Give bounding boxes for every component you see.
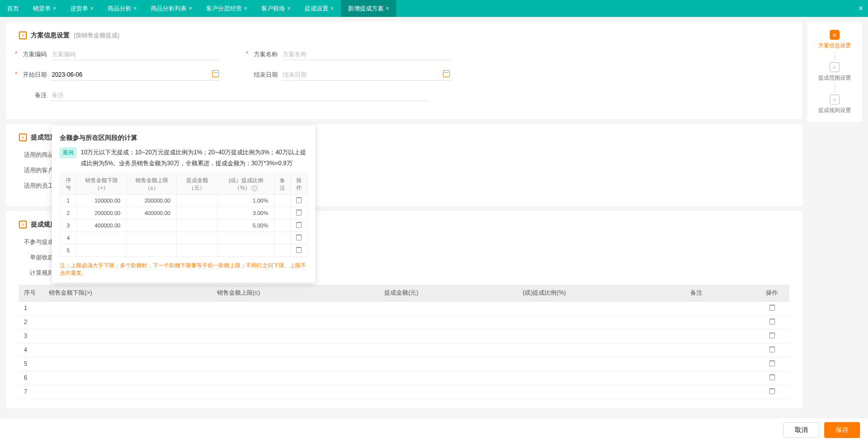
table-row[interactable]: 7 (19, 385, 789, 399)
table-row: 3400000.005.00% (60, 220, 308, 232)
input-end-date[interactable] (282, 69, 451, 81)
cancel-button[interactable]: 取消 (783, 422, 819, 438)
tab-close-icon[interactable]: × (53, 5, 56, 12)
label-collect: 单据收款 (19, 253, 54, 262)
close-all-icon[interactable]: × (859, 0, 863, 17)
table-row: 1100000.00200000.001.00% (60, 195, 308, 207)
input-name[interactable] (282, 49, 451, 60)
anchor-nav: ≡方案信息设置≡提成范围设置≡提成规则设置 (807, 22, 862, 122)
panel-plan-info: ≡ 方案信息设置 (按销售金额提成) 方案编码 方案名称 开始日期 (6, 22, 802, 119)
label-remark: 备注 (19, 91, 47, 100)
tab-提成设置[interactable]: 提成设置× (298, 0, 341, 17)
delete-icon[interactable] (296, 210, 302, 216)
table-row[interactable]: 3 (19, 329, 789, 343)
tab-close-icon[interactable]: × (133, 5, 137, 12)
top-tab-bar: 首页销货单×进货单×商品分析×商品分析列表×客户分层经营×客户联络×提成设置×新… (0, 0, 868, 17)
label-code: 方案编码 (19, 50, 47, 59)
delete-icon[interactable] (769, 319, 775, 325)
input-start-date[interactable] (51, 69, 220, 81)
input-remark[interactable] (51, 90, 429, 101)
label-scope-staff: 适用的员工 (19, 182, 54, 190)
rule-table: 序号销售金额下限(>)销售金额上限(≤)提成金额(元)(或)提成比例(%)备注操… (19, 285, 789, 399)
footer-bar: 取消 保存 (0, 418, 868, 438)
calendar-icon[interactable] (443, 70, 450, 77)
table-row: 5 (60, 244, 308, 257)
input-code[interactable] (51, 49, 220, 60)
table-row[interactable]: 2 (19, 315, 789, 329)
popover-note: 注：上限必须大于下限；多个阶梯时，下一个阶梯下限要等于前一阶梯上限；不同行之间下… (60, 262, 308, 277)
table-row[interactable]: 4 (19, 343, 789, 357)
save-button[interactable]: 保存 (824, 422, 860, 438)
example-popover: 全额参与所在区间段的计算 案例 10万元以下无提成；10~20万元提成比例为1%… (52, 125, 316, 283)
anchor-提成范围设置[interactable]: ≡提成范围设置 (810, 62, 859, 82)
delete-icon[interactable] (769, 374, 775, 380)
tab-客户分层经营[interactable]: 客户分层经营× (199, 0, 254, 17)
example-table: 序号销售金额下限（>）销售金额上限（≤）提成金额（元）(或）提成比例（%） i备… (60, 174, 308, 257)
delete-icon[interactable] (769, 346, 775, 352)
section-icon: ≡ (19, 31, 27, 39)
delete-icon[interactable] (769, 360, 775, 366)
panel-title: 方案信息设置 (31, 31, 70, 40)
table-row[interactable]: 1 (19, 301, 789, 315)
popover-title: 全额参与所在区间段的计算 (60, 133, 308, 142)
label-calc: 计算规则 (19, 269, 54, 277)
tab-首页[interactable]: 首页 (0, 0, 26, 17)
tab-close-icon[interactable]: × (90, 5, 94, 12)
delete-icon[interactable] (296, 234, 302, 240)
tab-close-icon[interactable]: × (287, 5, 291, 12)
info-icon[interactable]: i (252, 186, 257, 191)
delete-icon[interactable] (296, 197, 302, 203)
anchor-方案信息设置[interactable]: ≡方案信息设置 (810, 30, 859, 49)
delete-icon[interactable] (296, 247, 302, 253)
anchor-提成规则设置[interactable]: ≡提成规则设置 (810, 95, 859, 114)
tab-close-icon[interactable]: × (386, 5, 389, 12)
tab-商品分析列表[interactable]: 商品分析列表× (144, 0, 199, 17)
tab-close-icon[interactable]: × (330, 5, 334, 12)
tab-进货单[interactable]: 进货单× (63, 0, 101, 17)
example-text: 10万元以下无提成；10~20万元提成比例为1%；20~40万提成比例为3%；4… (81, 147, 308, 169)
label-scope-goods: 适用的商品 (19, 151, 54, 159)
delete-icon[interactable] (769, 332, 775, 338)
table-row[interactable]: 6 (19, 371, 789, 385)
label-end: 结束日期 (250, 71, 278, 79)
section-icon: ≡ (19, 133, 27, 141)
label-start: 开始日期 (19, 71, 47, 79)
delete-icon[interactable] (769, 388, 775, 394)
calendar-icon[interactable] (212, 70, 219, 77)
anchor-icon: ≡ (830, 30, 840, 40)
section-icon: ≡ (19, 221, 27, 228)
tab-商品分析[interactable]: 商品分析× (101, 0, 144, 17)
delete-icon[interactable] (769, 305, 775, 311)
label-scope-customer: 适用的客户 (19, 166, 54, 175)
delete-icon[interactable] (296, 222, 302, 228)
table-row: 4 (60, 232, 308, 244)
tab-close-icon[interactable]: × (189, 5, 192, 12)
label-name: 方案名称 (250, 50, 278, 59)
label-exclude: 不参与提成 (19, 238, 54, 246)
tab-close-icon[interactable]: × (244, 5, 247, 12)
table-row: 2200000.00400000.003.00% (60, 207, 308, 220)
tab-销货单[interactable]: 销货单× (26, 0, 63, 17)
anchor-icon: ≡ (830, 62, 840, 72)
table-row[interactable]: 5 (19, 357, 789, 371)
anchor-icon: ≡ (830, 95, 840, 105)
panel-subtitle: (按销售金额提成) (74, 31, 119, 40)
example-tag: 案例 (60, 147, 77, 158)
tab-新增提成方案[interactable]: 新增提成方案× (341, 0, 396, 17)
tab-客户联络[interactable]: 客户联络× (254, 0, 298, 17)
